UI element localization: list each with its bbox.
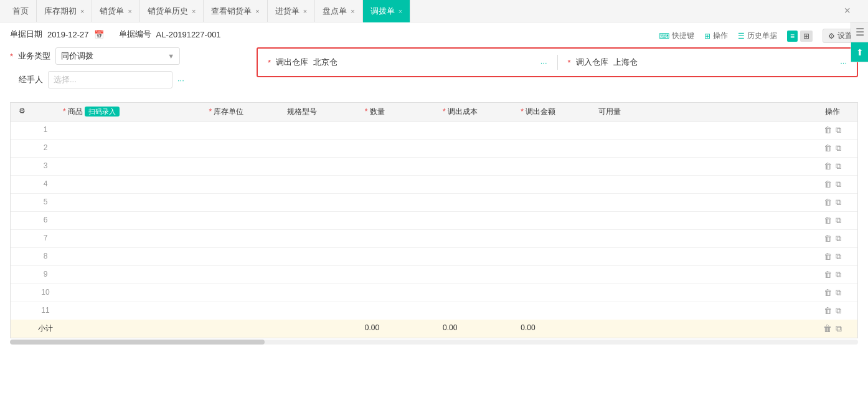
- row-delete-icon[interactable]: 🗑: [824, 125, 832, 135]
- settings-icon[interactable]: ⚙: [19, 107, 26, 115]
- row-product-cell[interactable]: [58, 266, 204, 283]
- row-qty-cell[interactable]: [360, 284, 438, 302]
- tab-sales-history[interactable]: 销货单历史 ×: [140, 0, 204, 22]
- subtotal-delete-icon[interactable]: 🗑: [823, 323, 832, 334]
- tab-close-icon[interactable]: ×: [128, 7, 131, 15]
- row-product-cell[interactable]: [58, 140, 204, 157]
- row-product-cell[interactable]: [58, 248, 204, 265]
- shortcuts-button[interactable]: ⌨ 快捷键: [659, 31, 694, 41]
- row-cost-cell[interactable]: [438, 248, 516, 265]
- row-spec-cell[interactable]: [282, 230, 360, 247]
- row-amount-cell[interactable]: [516, 194, 593, 211]
- row-delete-icon[interactable]: 🗑: [824, 216, 832, 226]
- row-copy-icon[interactable]: ⧉: [836, 234, 841, 244]
- row-amount-cell[interactable]: [516, 266, 593, 283]
- row-qty-cell[interactable]: [360, 248, 438, 265]
- row-delete-icon[interactable]: 🗑: [824, 270, 832, 280]
- row-cost-cell[interactable]: [438, 284, 516, 302]
- in-warehouse-more-button[interactable]: ···: [840, 58, 847, 67]
- row-spec-cell[interactable]: [282, 248, 360, 265]
- row-amount-cell[interactable]: [516, 121, 593, 139]
- horizontal-scrollbar[interactable]: [10, 340, 858, 345]
- row-copy-icon[interactable]: ⧉: [836, 252, 841, 262]
- row-copy-icon[interactable]: ⧉: [836, 198, 841, 207]
- row-amount-cell[interactable]: [516, 212, 593, 229]
- row-copy-icon[interactable]: ⧉: [836, 306, 841, 316]
- row-qty-cell[interactable]: [360, 176, 438, 193]
- row-unit-cell[interactable]: [204, 194, 281, 211]
- row-available-cell[interactable]: [593, 121, 808, 139]
- biz-type-dropdown[interactable]: 同价调拨 ▼: [55, 47, 180, 65]
- row-copy-icon[interactable]: ⧉: [836, 143, 841, 153]
- row-spec-cell[interactable]: [282, 121, 360, 139]
- row-spec-cell[interactable]: [282, 158, 360, 175]
- row-cost-cell[interactable]: [438, 302, 516, 320]
- tab-close-icon[interactable]: ×: [303, 7, 307, 15]
- row-available-cell[interactable]: [593, 302, 808, 320]
- subtotal-copy-icon[interactable]: ⧉: [836, 323, 842, 334]
- row-available-cell[interactable]: [593, 266, 808, 283]
- row-unit-cell[interactable]: [204, 266, 281, 283]
- row-copy-icon[interactable]: ⧉: [836, 270, 841, 280]
- row-product-cell[interactable]: [58, 302, 204, 320]
- row-unit-cell[interactable]: [204, 121, 281, 139]
- manager-dropdown[interactable]: 选择...: [48, 71, 172, 88]
- row-qty-cell[interactable]: [360, 158, 438, 175]
- tab-close-icon[interactable]: ×: [351, 7, 354, 15]
- row-available-cell[interactable]: [593, 212, 808, 229]
- layout-list-icon[interactable]: ≡: [787, 31, 798, 42]
- row-unit-cell[interactable]: [204, 284, 281, 302]
- row-spec-cell[interactable]: [282, 194, 360, 211]
- sidebar-list-button[interactable]: ☰: [851, 22, 869, 42]
- row-unit-cell[interactable]: [204, 140, 281, 157]
- row-delete-icon[interactable]: 🗑: [824, 288, 832, 298]
- row-delete-icon[interactable]: 🗑: [824, 161, 832, 171]
- row-available-cell[interactable]: [593, 140, 808, 157]
- row-delete-icon[interactable]: 🗑: [824, 234, 832, 244]
- row-product-cell[interactable]: [58, 284, 204, 302]
- tab-sales-order[interactable]: 销货单 ×: [92, 0, 139, 22]
- row-spec-cell[interactable]: [282, 212, 360, 229]
- row-qty-cell[interactable]: [360, 212, 438, 229]
- window-close-button[interactable]: ×: [844, 5, 851, 16]
- row-spec-cell[interactable]: [282, 266, 360, 283]
- sidebar-export-button[interactable]: ⬆: [851, 42, 869, 62]
- row-unit-cell[interactable]: [204, 158, 281, 175]
- row-unit-cell[interactable]: [204, 230, 281, 247]
- row-amount-cell[interactable]: [516, 230, 593, 247]
- tab-close-icon[interactable]: ×: [80, 7, 84, 15]
- row-cost-cell[interactable]: [438, 140, 516, 157]
- row-spec-cell[interactable]: [282, 140, 360, 157]
- tab-stocktake[interactable]: 盘点单 ×: [315, 0, 362, 22]
- row-qty-cell[interactable]: [360, 140, 438, 157]
- layout-toggle[interactable]: ≡ ⊞: [787, 31, 813, 42]
- row-available-cell[interactable]: [593, 194, 808, 211]
- row-cost-cell[interactable]: [438, 194, 516, 211]
- out-warehouse-more-button[interactable]: ···: [540, 58, 547, 67]
- history-button[interactable]: ☰ 历史单据: [738, 31, 777, 41]
- tab-view-sales[interactable]: 查看销货单 ×: [204, 0, 267, 22]
- row-unit-cell[interactable]: [204, 302, 281, 320]
- row-product-cell[interactable]: [58, 121, 204, 139]
- row-amount-cell[interactable]: [516, 140, 593, 157]
- row-spec-cell[interactable]: [282, 284, 360, 302]
- tab-close-active-icon[interactable]: ×: [399, 7, 402, 15]
- row-unit-cell[interactable]: [204, 248, 281, 265]
- scan-button[interactable]: 扫码录入: [85, 107, 120, 117]
- row-qty-cell[interactable]: [360, 302, 438, 320]
- tab-purchase[interactable]: 进货单 ×: [268, 0, 315, 22]
- row-delete-icon[interactable]: 🗑: [824, 306, 832, 316]
- row-cost-cell[interactable]: [438, 176, 516, 193]
- row-amount-cell[interactable]: [516, 302, 593, 320]
- row-delete-icon[interactable]: 🗑: [824, 252, 832, 262]
- row-product-cell[interactable]: [58, 158, 204, 175]
- layout-grid-icon[interactable]: ⊞: [800, 31, 813, 42]
- row-qty-cell[interactable]: [360, 230, 438, 247]
- row-product-cell[interactable]: [58, 176, 204, 193]
- row-copy-icon[interactable]: ⧉: [836, 125, 841, 135]
- row-cost-cell[interactable]: [438, 212, 516, 229]
- row-copy-icon[interactable]: ⧉: [836, 179, 841, 189]
- row-amount-cell[interactable]: [516, 284, 593, 302]
- row-available-cell[interactable]: [593, 284, 808, 302]
- row-amount-cell[interactable]: [516, 158, 593, 175]
